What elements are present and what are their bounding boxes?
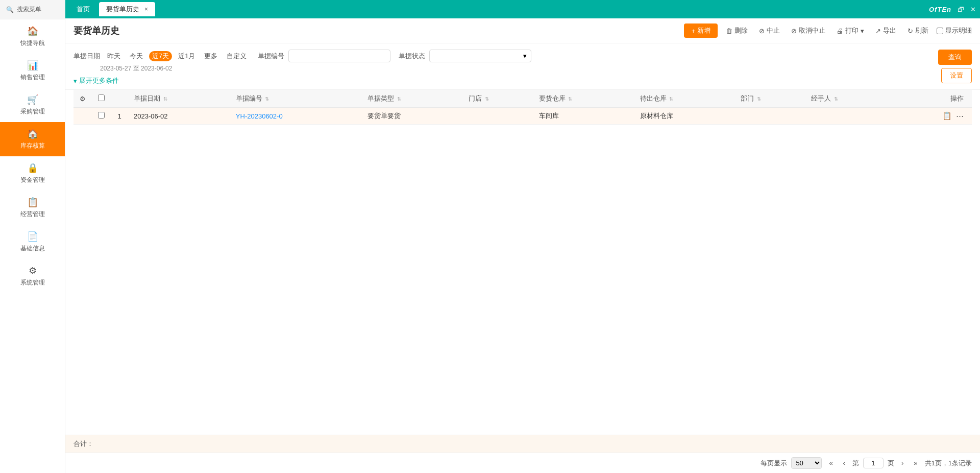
th-date-label: 单据日期 — [134, 94, 160, 102]
sidebar-item-basic-label: 基础信息 — [20, 244, 45, 253]
page-of-label: 页 — [888, 459, 894, 468]
pagination-bar: 每页显示 50 10 20 100 « ‹ 第 页 › » 共1页，1条记录 — [65, 453, 980, 473]
add-button[interactable]: + 新增 — [684, 23, 718, 38]
stop-icon: ⊘ — [759, 27, 765, 35]
print-arrow-icon: ▾ — [861, 27, 864, 35]
th-checkbox[interactable] — [92, 90, 110, 108]
delete-label: 删除 — [734, 26, 748, 35]
sidebar-item-system[interactable]: ⚙ 系统管理 — [0, 259, 65, 293]
filter-row: 单据日期 昨天 今天 近7天 近1月 更多 自定义 — [74, 50, 930, 62]
action-edit-icon-0[interactable]: 📋 — [942, 111, 952, 121]
display-detail-checkbox[interactable] — [937, 28, 943, 34]
tab-home[interactable]: 首页 — [69, 2, 97, 16]
first-page-btn[interactable]: « — [826, 458, 836, 468]
action-more-icon-0[interactable]: ⋯ — [956, 111, 964, 121]
display-detail-label: 显示明细 — [945, 26, 972, 35]
toolbar-actions: + 新增 🗑 删除 ⊘ 中止 ⊘ 取消中止 🖨 打印 — [684, 23, 972, 38]
sidebar-item-quick-nav-label: 快捷导航 — [20, 39, 45, 48]
stop-button[interactable]: ⊘ 中止 — [756, 24, 783, 37]
date-filter-group: 单据日期 昨天 今天 近7天 近1月 更多 自定义 — [74, 51, 250, 61]
print-label: 打印 — [845, 26, 859, 35]
sidebar-item-inventory[interactable]: 🏠 库存核算 — [0, 122, 65, 156]
last-page-btn[interactable]: » — [911, 458, 920, 468]
next-page-btn[interactable]: › — [898, 458, 906, 468]
shortcut-last1month[interactable]: 近1月 — [175, 51, 198, 61]
doc-no-link-0[interactable]: YH-20230602-0 — [236, 112, 283, 120]
sidebar-item-purchase[interactable]: 🛒 采购管理 — [0, 88, 65, 122]
date-label: 单据日期 — [74, 52, 100, 61]
sidebar-item-operations[interactable]: 📋 经营管理 — [0, 191, 65, 225]
th-pending-warehouse[interactable]: 待出仓库 ⇅ — [635, 90, 736, 108]
sidebar-item-quick-nav[interactable]: 🏠 快捷导航 — [0, 19, 65, 54]
inventory-icon: 🏠 — [27, 128, 38, 139]
sidebar-search-label: 搜索菜单 — [17, 5, 41, 14]
close-btn[interactable]: ✕ — [970, 6, 976, 13]
query-button[interactable]: 查询 — [938, 50, 972, 65]
page-number-input[interactable] — [863, 458, 884, 468]
expand-icon: ▾ — [74, 77, 77, 85]
tab-bar-right: OfTEn 🗗 ✕ — [929, 6, 976, 13]
sidebar-item-operations-label: 经营管理 — [20, 210, 45, 219]
home-icon: 🏠 — [27, 26, 38, 37]
sidebar-search[interactable]: 🔍 搜索菜单 — [0, 0, 65, 19]
th-pending-warehouse-label: 待出仓库 — [640, 94, 667, 102]
print-button[interactable]: 🖨 打印 ▾ — [834, 24, 867, 37]
settings-button[interactable]: 设置 — [941, 68, 972, 83]
doc-number-input[interactable] — [288, 50, 390, 62]
restore-btn[interactable]: 🗗 — [958, 6, 964, 13]
th-handler-label: 经手人 — [811, 94, 831, 102]
tab-close-icon[interactable]: × — [144, 6, 148, 13]
th-dept-sort-icon: ⇅ — [757, 96, 761, 102]
prev-page-btn[interactable]: ‹ — [840, 458, 848, 468]
finance-icon: 🔒 — [27, 162, 38, 174]
th-settings[interactable]: ⚙ — [74, 90, 92, 108]
operations-icon: 📋 — [27, 197, 38, 208]
sidebar-item-inventory-label: 库存核算 — [20, 141, 45, 150]
row-checkbox-0[interactable] — [98, 112, 105, 119]
tab-requisition-history[interactable]: 要货单历史 × — [99, 2, 155, 16]
th-doc-type-label: 单据类型 — [368, 94, 394, 102]
sidebar-item-finance[interactable]: 🔒 资金管理 — [0, 156, 65, 191]
td-pending-warehouse-0: 原材料仓库 — [635, 108, 736, 125]
basic-icon: 📄 — [27, 231, 38, 242]
th-date[interactable]: 单据日期 ⇅ — [129, 90, 231, 108]
th-dept[interactable]: 部门 ⇅ — [736, 90, 806, 108]
table-header-row: ⚙ 单据日期 ⇅ 单据编号 ⇅ — [74, 90, 972, 108]
delete-button[interactable]: 🗑 删除 — [723, 24, 751, 37]
th-doc-no[interactable]: 单据编号 ⇅ — [231, 90, 362, 108]
purchase-icon: 🛒 — [27, 94, 38, 105]
sidebar-item-basic[interactable]: 📄 基础信息 — [0, 225, 65, 259]
doc-status-select[interactable]: ▾ — [429, 50, 531, 62]
th-date-sort-icon: ⇅ — [163, 96, 167, 102]
td-settings-0 — [74, 108, 92, 125]
select-all-checkbox[interactable] — [98, 94, 105, 101]
shortcut-yesterday[interactable]: 昨天 — [104, 51, 124, 61]
td-doc-no-0[interactable]: YH-20230602-0 — [231, 108, 362, 125]
cancel-stop-button[interactable]: ⊘ 取消中止 — [788, 24, 828, 37]
expand-more-btn[interactable]: ▾ 展开更多条件 — [74, 76, 930, 85]
delete-icon: 🗑 — [726, 27, 732, 35]
td-checkbox-0[interactable] — [92, 108, 110, 125]
shortcut-today[interactable]: 今天 — [127, 51, 146, 61]
add-icon: + — [691, 27, 695, 35]
shortcut-custom[interactable]: 自定义 — [224, 51, 250, 61]
brand-label: OfTEn — [929, 6, 951, 13]
refresh-button[interactable]: ↻ 刷新 — [904, 24, 932, 37]
filter-right: 查询 设置 — [938, 50, 972, 83]
td-req-warehouse-0: 车间库 — [534, 108, 635, 125]
td-store-0 — [463, 108, 534, 125]
th-doc-type[interactable]: 单据类型 ⇅ — [362, 90, 463, 108]
th-req-warehouse[interactable]: 要货仓库 ⇅ — [534, 90, 635, 108]
td-handler-0 — [806, 108, 892, 125]
shortcut-last7days[interactable]: 近7天 — [149, 51, 172, 61]
export-button[interactable]: ↗ 导出 — [872, 24, 899, 37]
display-detail-toggle[interactable]: 显示明细 — [937, 26, 972, 35]
per-page-select[interactable]: 50 10 20 100 — [791, 457, 822, 469]
th-store[interactable]: 门店 ⇅ — [463, 90, 534, 108]
sidebar-item-sales[interactable]: 📊 销售管理 — [0, 54, 65, 88]
date-range-text: 2023-05-27 至 2023-06-02 — [100, 64, 930, 73]
shortcut-more[interactable]: 更多 — [201, 51, 220, 61]
th-handler[interactable]: 经手人 ⇅ — [806, 90, 892, 108]
sidebar-item-sales-label: 销售管理 — [20, 73, 45, 82]
td-dept-0 — [736, 108, 806, 125]
